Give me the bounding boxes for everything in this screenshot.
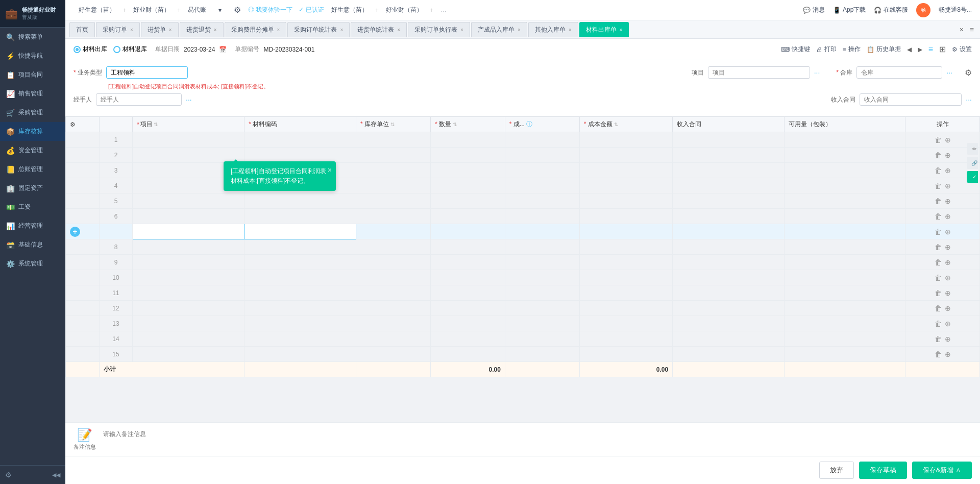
toolbar-print[interactable]: 🖨 打印 [816,45,837,54]
save-new-button[interactable]: 保存&新增 ∧ [912,462,972,479]
delete-row-icon[interactable]: 🗑 [935,166,942,175]
view-list-icon[interactable]: ≡ [928,45,933,54]
delete-row-icon[interactable]: 🗑 [935,197,942,205]
sidebar-item-salary[interactable]: 💵 工资 [0,198,65,216]
tab-close-purchase-expense[interactable]: × [277,27,280,33]
tab-purchase-exec[interactable]: 采购订单执行表 × [408,22,470,37]
business-type-select[interactable]: 工程领料 直接领料 [106,66,188,79]
tab-other-receipt[interactable]: 其他入库单 × [528,22,578,37]
nav-item-haoshengyi2[interactable]: 好生意（苗） [326,4,373,16]
col-cost-price-header[interactable]: * 成... ⓘ [505,117,579,132]
sidebar-item-operations[interactable]: 📊 经营管理 [0,216,65,235]
header-online-service[interactable]: 🎧 在线客服 [874,6,908,14]
add-row-btn[interactable]: + [70,227,80,237]
copy-row-icon[interactable]: ⊕ [945,258,951,267]
float-link-btn[interactable]: 🔗 [967,157,978,169]
tab-purchase-order[interactable]: 采购订单 × [96,22,140,37]
tab-finished-goods[interactable]: 产成品入库单 × [471,22,527,37]
tab-close-goods-return[interactable]: × [214,27,217,33]
delete-row7-icon[interactable]: 🗑 [935,228,942,236]
copy-row-icon[interactable]: ⊕ [945,212,951,221]
delete-row-icon[interactable]: 🗑 [935,136,942,144]
col-project-header[interactable]: * 项目 ⇅ [133,117,244,132]
col-income-contract-header[interactable]: 收入合同 [673,117,785,132]
cost-info-icon[interactable]: ⓘ [526,120,532,128]
delete-row-icon[interactable]: 🗑 [935,350,942,358]
delete-row-icon[interactable]: 🗑 [935,289,942,297]
collapse-icon[interactable]: ◀◀ [52,472,60,478]
float-check-btn[interactable]: ✓ [967,171,978,183]
tab-close-goods-receipt[interactable]: × [169,27,172,33]
copy-row-icon[interactable]: ⊕ [945,151,951,159]
discard-button[interactable]: 放弃 [819,462,854,479]
nav-item-haoshengyi[interactable]: 好生意（苗） [74,4,120,16]
radio-material-issue[interactable]: 材料出库 [74,45,107,54]
table-settings-icon[interactable]: ⚙ [70,121,76,128]
tab-material-issue[interactable]: 材料出库单 × [579,22,629,37]
nav-prev-icon[interactable]: ◀ [907,46,912,53]
handler-dots[interactable]: ··· [186,95,192,104]
tab-purchase-expense[interactable]: 采购费用分摊单 × [225,22,287,37]
delete-row-icon[interactable]: 🗑 [935,212,942,221]
radio-material-return[interactable]: 材料退库 [113,45,147,54]
warehouse-dots[interactable]: ··· [946,68,952,77]
save-draft-button[interactable]: 保存草稿 [859,462,907,479]
income-contract-dots[interactable]: ··· [966,95,972,104]
copy-row-icon[interactable]: ⊕ [945,350,951,358]
calendar-icon[interactable]: 📅 [219,46,227,53]
float-edit-btn[interactable]: ✏ [967,143,978,155]
col-settings-header[interactable]: ⚙ [66,117,100,132]
project-dots[interactable]: ··· [814,68,820,77]
handler-input[interactable] [96,93,182,106]
row7-code-input[interactable] [249,228,352,235]
sidebar-item-project[interactable]: 📋 项目合同 [0,65,65,84]
sidebar-item-basic[interactable]: 🗃️ 基础信息 [0,235,65,254]
sidebar-item-system[interactable]: ⚙️ 系统管理 [0,254,65,273]
delete-row-icon[interactable]: 🗑 [935,151,942,159]
nav-item-haoyecai2[interactable]: 好业财（苗） [381,4,428,16]
copy-row-icon[interactable]: ⊕ [945,320,951,328]
col-available-qty-header[interactable]: 可用量（包装） [784,117,905,132]
tab-close-material-issue[interactable]: × [620,27,623,33]
delete-row-icon[interactable]: 🗑 [935,304,942,312]
sidebar-item-purchase[interactable]: 🛒 采购管理 [0,103,65,122]
nav-item-haoyecai[interactable]: 好业财（苗） [128,4,175,16]
note-input[interactable] [101,428,972,446]
toolbar-history[interactable]: 📋 历史单据 [867,45,901,54]
sidebar-item-search[interactable]: 🔍 搜索菜单 [0,28,65,46]
copy-row-icon[interactable]: ⊕ [945,274,951,282]
tab-home[interactable]: 首页 [69,22,95,37]
row7-project-input[interactable] [137,228,240,235]
col-quantity-header[interactable]: * 数量 ⇅ [430,117,505,132]
col-unit-header[interactable]: * 库存单位 ⇅ [356,117,431,132]
delete-row-icon[interactable]: 🗑 [935,182,942,190]
copy-row-icon[interactable]: ⊕ [945,304,951,312]
copy-row-icon[interactable]: ⊕ [945,166,951,175]
warehouse-input[interactable] [856,66,942,79]
delete-row-icon[interactable]: 🗑 [935,274,942,282]
delete-row-icon[interactable]: 🗑 [935,243,942,251]
project-input[interactable] [708,66,810,79]
tab-purchase-stat[interactable]: 采购订单统计表 × [287,22,350,37]
user-name[interactable]: 畅捷通8号... [939,6,972,14]
nav-dropdown[interactable]: ▾ [213,5,227,16]
tab-close-finished-goods[interactable]: × [518,27,521,33]
header-app-download[interactable]: 📱 App下载 [833,6,866,14]
tab-close-purchase-exec[interactable]: × [460,27,463,33]
nav-more[interactable]: … [435,5,452,16]
tab-close-purchase-stat[interactable]: × [340,27,343,33]
copy-row7-icon[interactable]: ⊕ [945,228,951,236]
tab-goods-stat[interactable]: 进货单统计表 × [351,22,407,37]
settings-icon[interactable]: ⚙ [5,471,12,479]
delete-row-icon[interactable]: 🗑 [935,335,942,343]
copy-row-icon[interactable]: ⊕ [945,243,951,251]
delete-row-icon[interactable]: 🗑 [935,320,942,328]
delete-row-icon[interactable]: 🗑 [935,258,942,267]
sidebar-item-inventory[interactable]: 📦 库存核算 [0,122,65,141]
nav-item-yidaizhang[interactable]: 易代账 [183,4,211,16]
toolbar-operations[interactable]: ≡ 操作 [843,45,861,54]
tab-goods-return[interactable]: 进货退货 × [180,22,224,37]
nav-next-icon[interactable]: ▶ [918,46,922,53]
tab-more-actions[interactable]: ≡ [968,23,976,36]
tab-close-all[interactable]: × [958,23,966,36]
